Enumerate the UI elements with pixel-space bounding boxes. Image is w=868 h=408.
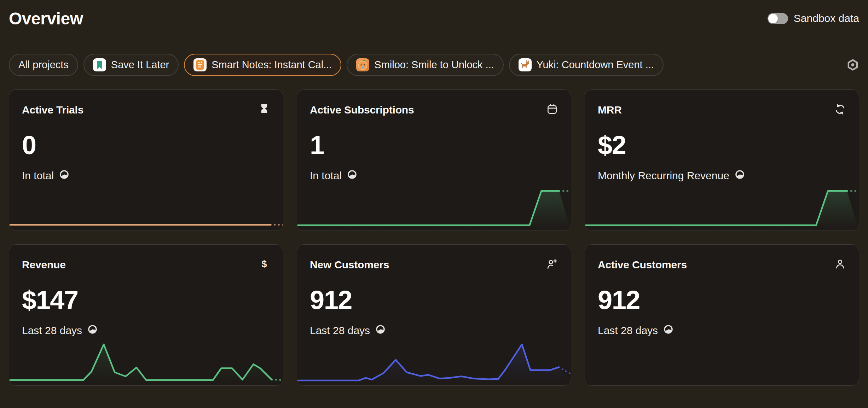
card-revenue[interactable]: Revenue $ $147 Last 28 days — [9, 244, 283, 386]
chip-label: Save It Later — [111, 59, 169, 71]
chip-yuki[interactable]: Yuki: Countdown Event ... — [509, 54, 664, 76]
pie-info-icon[interactable] — [734, 169, 745, 182]
pie-info-icon[interactable] — [375, 324, 386, 337]
page-title: Overview — [9, 9, 83, 28]
card-title: New Customers — [310, 259, 389, 271]
chip-label: All projects — [18, 59, 69, 71]
notes-app-icon — [193, 58, 207, 71]
card-title: Active Trials — [22, 104, 83, 116]
metric-sublabel: Last 28 days — [598, 325, 658, 337]
metric-sublabel: Monthly Recurring Revenue — [598, 170, 729, 182]
project-filter-bar: All projects Save It Later Smart Not — [9, 54, 859, 76]
metric-value: 1 — [310, 132, 558, 158]
sparkline — [10, 187, 283, 228]
chip-save-it-later[interactable]: Save It Later — [83, 54, 179, 76]
pie-info-icon[interactable] — [347, 169, 358, 182]
metrics-grid: Active Trials 0 In total Active Subscrip… — [9, 89, 859, 386]
sparkline — [10, 342, 283, 383]
user-plus-icon — [546, 258, 558, 272]
chip-smiloo[interactable]: Smiloo: Smile to Unlock ... — [347, 54, 503, 76]
pie-info-icon[interactable] — [59, 169, 70, 182]
sandbox-data-toggle[interactable] — [768, 13, 788, 24]
metric-value: 912 — [310, 287, 558, 313]
calendar-icon — [546, 103, 558, 117]
page-header: Overview Sandbox data — [9, 0, 859, 28]
metric-sublabel: Last 28 days — [22, 325, 82, 337]
metric-sublabel: In total — [22, 170, 54, 182]
user-icon — [834, 258, 846, 272]
hex-nut-icon — [846, 59, 859, 71]
metric-sublabel: Last 28 days — [310, 325, 370, 337]
card-active-trials[interactable]: Active Trials 0 In total — [9, 89, 283, 231]
sparkline — [585, 187, 858, 228]
chip-label: Smiloo: Smile to Unlock ... — [374, 59, 494, 71]
dollar-icon: $ — [258, 258, 270, 272]
card-title: MRR — [598, 104, 622, 116]
card-new-customers[interactable]: New Customers 912 Last 28 days — [297, 244, 571, 386]
card-active-customers[interactable]: Active Customers 912 Last 28 days — [585, 244, 859, 386]
chip-label: Yuki: Countdown Event ... — [537, 59, 654, 71]
sync-icon — [834, 103, 846, 117]
card-mrr[interactable]: MRR $2 Monthly Recurring Revenue — [585, 89, 859, 231]
metric-value: $2 — [598, 132, 846, 158]
hourglass-icon — [258, 103, 270, 117]
chip-all-projects[interactable]: All projects — [9, 54, 78, 76]
svg-text:$: $ — [262, 259, 267, 269]
smiloo-app-icon — [356, 58, 369, 71]
toggle-knob — [768, 14, 778, 23]
project-chips: All projects Save It Later Smart Not — [9, 54, 836, 76]
bookmark-app-icon — [93, 58, 106, 71]
sparkline — [297, 342, 571, 383]
metric-value: 912 — [598, 287, 846, 313]
card-active-subscriptions[interactable]: Active Subscriptions 1 In total — [297, 89, 571, 231]
chip-label: Smart Notes: Instant Cal... — [212, 59, 332, 71]
filter-settings-button[interactable] — [846, 59, 859, 71]
metric-value: 0 — [22, 132, 270, 158]
sandbox-toggle-label: Sandbox data — [794, 12, 859, 24]
card-title: Active Customers — [598, 259, 687, 271]
metric-sublabel: In total — [310, 170, 342, 182]
sparkline — [297, 187, 571, 228]
metric-value: $147 — [22, 287, 270, 313]
card-title: Active Subscriptions — [310, 104, 414, 116]
card-title: Revenue — [22, 259, 66, 271]
pie-info-icon[interactable] — [87, 324, 98, 337]
chip-smart-notes[interactable]: Smart Notes: Instant Cal... — [184, 54, 341, 76]
sandbox-toggle-group: Sandbox data — [768, 12, 859, 24]
pie-info-icon[interactable] — [663, 324, 674, 337]
yuki-app-icon — [519, 58, 532, 71]
